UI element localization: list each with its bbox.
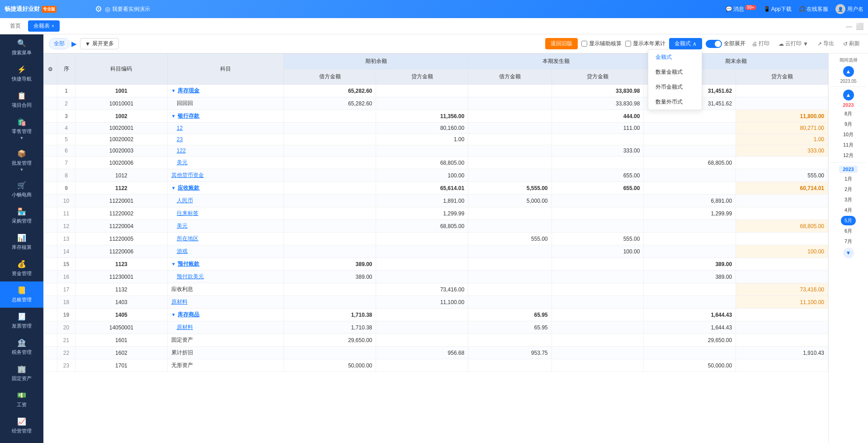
col-settings-header[interactable]: ⚙ [44, 54, 57, 85]
dropdown-item-jinemshi[interactable]: 金额式 [648, 50, 702, 65]
row-settings[interactable] [44, 123, 57, 134]
row-settings[interactable] [44, 359, 57, 372]
row-opening_debit: 389.00 [284, 271, 376, 283]
dropdown-item-quantity-foreign[interactable]: 数量外币式 [648, 95, 702, 110]
show-year-check[interactable]: 显示本年累计 [625, 40, 665, 48]
period-down-btn[interactable]: ▼ [843, 248, 854, 258]
sidebar-item-invoice[interactable]: 🧾 发票管理 [0, 308, 43, 334]
period-up-btn[interactable]: ▲ [843, 66, 854, 77]
tab-home[interactable]: 首页 [5, 20, 26, 32]
export-btn[interactable]: ↗ 导出 [815, 38, 837, 49]
row-settings[interactable] [44, 334, 57, 347]
row-settings[interactable] [44, 169, 57, 182]
sidebar-item-contract[interactable]: 📋 项目合同 [0, 87, 43, 113]
settings-icon[interactable]: ⚙ [95, 4, 102, 14]
show-assist-check[interactable]: 显示辅助核算 [581, 40, 622, 48]
sidebar-item-search[interactable]: 🔍 搜索菜单 [0, 34, 43, 61]
minimize-icon[interactable]: — [846, 23, 852, 30]
sidebar-item-cashflow[interactable]: 💰 资金管理 [0, 255, 43, 281]
month-11[interactable]: 11月 [840, 140, 857, 150]
user-menu[interactable]: 👤 用户名 [835, 4, 863, 14]
month-1[interactable]: 1月 [841, 174, 856, 184]
sidebar-item-wholesale[interactable]: 📦 批发管理 ▼ [0, 145, 43, 176]
month-8[interactable]: 8月 [841, 109, 856, 119]
sidebar-item-operations[interactable]: 📈 经营管理 [0, 413, 43, 439]
month-7[interactable]: 7月 [841, 237, 856, 246]
row-settings[interactable] [44, 321, 57, 334]
month-10[interactable]: 10月 [840, 130, 857, 139]
row-settings[interactable] [44, 182, 57, 195]
message-btn[interactable]: 💬 消息 99+ [726, 5, 756, 13]
row-name[interactable]: ▼ 库存商品 [167, 309, 284, 321]
nav-right-arrow[interactable]: ▶ [71, 40, 76, 48]
expand-all-toggle[interactable]: 全部展开 [706, 40, 745, 48]
expand-more-btn[interactable]: ▼ 展开更多 [80, 38, 119, 49]
row-settings[interactable] [44, 157, 57, 169]
year-nav-up[interactable]: ▲ [843, 90, 854, 100]
month-4[interactable]: 4月 [841, 205, 856, 215]
year-checkbox[interactable] [625, 41, 631, 47]
row-settings[interactable] [44, 145, 57, 157]
row-settings[interactable] [44, 258, 57, 271]
sidebar-item-reports[interactable]: 📝 小畅报销 [0, 439, 43, 443]
row-settings[interactable] [44, 134, 57, 145]
tab-close-btn[interactable]: × [52, 24, 54, 29]
row-name[interactable]: ▼ 应收账款 [167, 182, 284, 195]
month-3[interactable]: 3月 [841, 195, 856, 205]
row-settings[interactable] [44, 347, 57, 359]
row-num: 9 [57, 182, 75, 195]
sidebar-item-assets[interactable]: 🏢 固定资产 [0, 360, 43, 386]
toggle-switch[interactable] [706, 40, 722, 48]
month-2[interactable]: 2月 [841, 185, 856, 194]
cloud-print-btn[interactable]: ☁ 云打印 ▼ [776, 38, 811, 49]
sidebar-item-tax[interactable]: 🏦 税务管理 [0, 334, 43, 360]
row-name[interactable]: ▼ 银行存款 [167, 110, 284, 123]
refresh-icon: ↺ [843, 41, 848, 47]
row-settings[interactable] [44, 283, 57, 296]
row-settings[interactable] [44, 271, 57, 283]
row-name[interactable]: ▼ 库存现金 [167, 85, 284, 97]
month-5[interactable]: 5月 [841, 216, 856, 225]
month-6[interactable]: 6月 [841, 226, 856, 236]
sidebar-item-purchase[interactable]: 🏪 采购管理 [0, 203, 43, 229]
row-name[interactable]: ▼ 预付账款 [167, 258, 284, 271]
row-settings[interactable] [44, 233, 57, 245]
row-settings[interactable] [44, 296, 57, 309]
online-service-btn[interactable]: 🎧 在线客服 [799, 5, 828, 13]
demo-link[interactable]: ◎ 我要看实例演示 [105, 5, 150, 13]
row-opening_credit: 956.68 [376, 347, 468, 359]
print-btn[interactable]: 🖨 打印 [749, 38, 772, 49]
row-settings[interactable] [44, 110, 57, 123]
maximize-icon[interactable]: ⬜ [856, 23, 863, 30]
month-12[interactable]: 12月 [840, 151, 857, 160]
refresh-btn[interactable]: ↺ 刷新 [840, 38, 863, 49]
row-settings[interactable] [44, 97, 57, 110]
row-settings[interactable] [44, 85, 57, 97]
app-download-btn[interactable]: 📱 App下载 [764, 5, 792, 13]
tab-active[interactable]: 余额表 × [28, 20, 60, 32]
sidebar-item-payroll[interactable]: 💵 工资 [0, 386, 43, 413]
row-num: 18 [57, 296, 75, 309]
row-settings[interactable] [44, 245, 57, 258]
row-name: 人民币 [167, 195, 284, 207]
row-period_credit: 33,830.98 [552, 85, 644, 97]
sidebar-item-ecommerce[interactable]: 🛒 小畅电商 [0, 176, 43, 203]
return-old-btn[interactable]: 退回旧版 [545, 38, 578, 49]
nav-all-btn[interactable]: 全部 [49, 38, 70, 49]
jinemshi-dropdown-wrapper: 金额式 ∧ 金额式 数量金额式 外币金额式 数量外币式 [669, 38, 702, 49]
jinemshi-btn[interactable]: 金额式 ∧ [669, 38, 702, 49]
row-settings[interactable] [44, 207, 57, 220]
sidebar-item-inventory[interactable]: 📊 库存核算 [0, 229, 43, 255]
table-wrapper[interactable]: ⚙ 序 科目编码 科目 期初余额 本期发生额 期末余额 借方金额 贷方金额 借方… [43, 53, 828, 443]
dropdown-item-quantity[interactable]: 数量金额式 [648, 65, 702, 80]
row-settings[interactable] [44, 195, 57, 207]
sidebar-item-quicknav[interactable]: ⚡ 快捷导航 [0, 61, 43, 87]
sidebar-item-retail[interactable]: 🛍️ 零售管理 ▼ [0, 113, 43, 145]
dropdown-item-foreign[interactable]: 外币金额式 [648, 80, 702, 95]
assist-checkbox[interactable] [581, 41, 587, 47]
sidebar-item-ledger[interactable]: 📒 总账管理 [0, 281, 43, 308]
col-num-header: 序 [57, 54, 75, 85]
row-settings[interactable] [44, 309, 57, 321]
month-9[interactable]: 9月 [841, 119, 856, 129]
row-settings[interactable] [44, 220, 57, 233]
